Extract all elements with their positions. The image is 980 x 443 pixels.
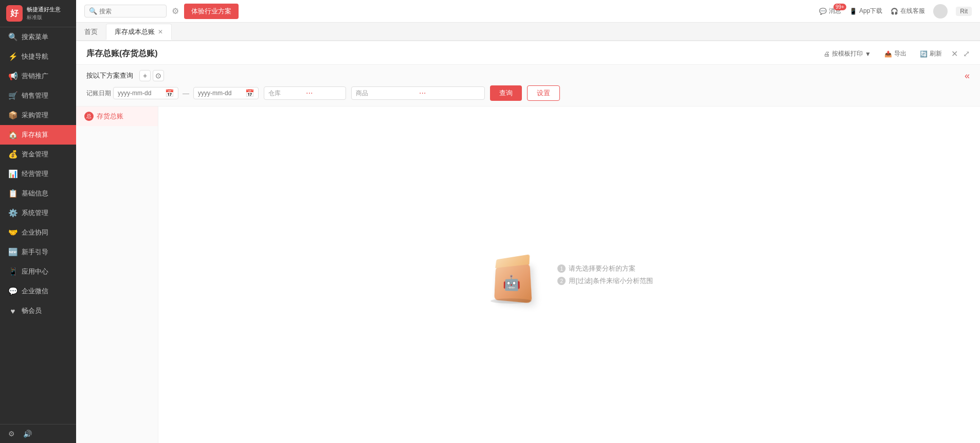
page-close-icon[interactable]: ✕ [951,49,958,59]
topbar: 🔍 ⚙ 体验行业方案 💬 消息 99+ 📱 App下载 🎧 在线客服 Rit [76,0,980,23]
message-badge: 99+ [833,4,846,10]
warehouse-more-icon: ··· [306,88,341,98]
tab-home[interactable]: 首页 [76,24,106,40]
sidebar-label-business: 经营管理 [22,169,48,179]
business-icon: 📊 [8,169,17,179]
sidebar-item-guide[interactable]: 🆕 新手引导 [0,242,76,262]
sidebar-nav: 🔍 搜索菜单 ⚡ 快捷导航 📢 营销推广 🛒 销售管理 📦 采购管理 🏠 库存核… [0,27,76,424]
sidebar-label-finance: 资金管理 [22,150,48,159]
sidebar-item-sales[interactable]: 🛒 销售管理 [0,86,76,105]
scheme-sidebar: 总 存货总账 [76,107,158,443]
expand-icon[interactable]: ⤢ [963,49,970,59]
scheme-item-label: 存货总账 [97,112,123,121]
headset-icon: 🎧 [891,8,898,15]
username-display: Rit [956,7,972,16]
main-area: 🔍 ⚙ 体验行业方案 💬 消息 99+ 📱 App下载 🎧 在线客服 Rit [76,0,980,443]
topbar-gear-icon[interactable]: ⚙ [172,6,179,16]
scheme-icon: 总 [84,112,94,121]
audio-footer-button[interactable]: 🔊 [23,430,32,438]
online-service-button[interactable]: 🎧 在线客服 [891,7,925,15]
empty-shadow [491,298,532,304]
sidebar-label-member: 畅会员 [22,306,42,315]
quick-nav-icon: ⚡ [8,52,17,61]
sidebar-footer: ⚙ 🔊 [0,424,76,443]
export-button[interactable]: 📤 导出 [880,47,911,60]
filter-label: 按以下方案查询 [86,71,133,80]
setting-button[interactable]: 设置 [527,85,560,101]
user-avatar [933,4,948,19]
filter-add-button[interactable]: + [139,70,151,81]
apps-icon: 📱 [8,267,17,276]
sidebar-item-search-menu[interactable]: 🔍 搜索菜单 [0,27,76,47]
sidebar-label-enterprise: 企业协同 [22,228,48,237]
hint-text-1: 请先选择要分析的方案 [569,264,636,273]
refresh-label: 刷新 [930,49,942,58]
topbar-search-box[interactable]: 🔍 [84,5,167,17]
sidebar-item-basic[interactable]: 📋 基础信息 [0,184,76,203]
filter-top-row: 按以下方案查询 + ⊙ « [86,70,970,81]
sidebar-item-purchase[interactable]: 📦 采购管理 [0,105,76,125]
calendar-end-icon[interactable]: 📅 [245,89,254,97]
search-input[interactable] [99,8,151,15]
warehouse-label: 仓库 [268,89,304,98]
query-row: 记账日期 📅 — 📅 仓库 ··· 商品 [86,85,970,101]
empty-state: 1 请先选择要分析的方案 2 用[过滤]条件来缩小分析范围 [485,249,652,300]
print-dropdown-icon: ▼ [865,50,871,58]
tab-inventory-label: 库存成本总账 [115,27,155,37]
sidebar-label-inventory: 库存核算 [22,130,48,139]
calendar-start-icon[interactable]: 📅 [165,89,174,97]
sidebar-item-business[interactable]: 📊 经营管理 [0,164,76,184]
sidebar-item-apps[interactable]: 📱 应用中心 [0,262,76,281]
sidebar-item-enterprise[interactable]: 🤝 企业协同 [0,223,76,242]
industry-solution-button[interactable]: 体验行业方案 [184,4,239,19]
refresh-icon: 🔄 [920,50,928,58]
sidebar-item-wechat[interactable]: 💬 企业微信 [0,281,76,301]
online-label: 在线客服 [900,7,925,15]
goods-label: 商品 [356,89,417,98]
app-name: 畅捷通好生意 [27,6,61,13]
app-download-button[interactable]: 📱 App下载 [849,7,882,15]
app-logo: 好 畅捷通好生意 标准版 [0,0,76,27]
date-start-field[interactable] [118,90,163,97]
sidebar-label-purchase: 采购管理 [22,111,48,120]
marketing-icon: 📢 [8,72,17,81]
sidebar-label-guide: 新手引导 [22,247,48,257]
hint-number-1: 1 [557,264,566,273]
date-end-field[interactable] [198,90,243,97]
search-menu-icon: 🔍 [8,32,17,42]
app-label: App下载 [859,7,882,15]
goods-select[interactable]: 商品 ··· [351,86,485,100]
refresh-button[interactable]: 🔄 刷新 [916,47,946,60]
sidebar-item-finance[interactable]: 💰 资金管理 [0,145,76,164]
filter-options-button[interactable]: ⊙ [153,70,164,81]
date-end-input[interactable]: 📅 [193,87,259,99]
message-button[interactable]: 💬 消息 99+ [819,7,841,15]
filter-add-buttons: + ⊙ [139,70,164,81]
settings-footer-button[interactable]: ⚙ [8,430,15,438]
sidebar-item-inventory[interactable]: 🏠 库存核算 [0,125,76,145]
search-icon: 🔍 [89,7,97,15]
sidebar-label-system: 系统管理 [22,208,48,218]
sidebar-label-marketing: 营销推广 [22,72,48,81]
sidebar-item-quick-nav[interactable]: ⚡ 快捷导航 [0,47,76,66]
tab-close-icon[interactable]: ✕ [158,28,163,36]
empty-box-graphic [495,263,532,304]
tab-bar: 首页 库存成本总账 ✕ [76,23,980,41]
query-button[interactable]: 查询 [490,85,522,101]
sales-icon: 🛒 [8,91,17,100]
filter-area: 按以下方案查询 + ⊙ « 记账日期 📅 — [76,65,980,107]
print-button[interactable]: 🖨 按模板打印 ▼ [820,47,875,60]
sidebar-item-member[interactable]: ♥ 畅会员 [0,301,76,321]
sidebar: 好 畅捷通好生意 标准版 🔍 搜索菜单 ⚡ 快捷导航 📢 营销推广 🛒 销售管理… [0,0,76,443]
guide-icon: 🆕 [8,247,17,257]
scheme-item-inventory-total[interactable]: 总 存货总账 [76,107,158,126]
sidebar-item-marketing[interactable]: 📢 营销推广 [0,66,76,86]
sidebar-item-system[interactable]: ⚙️ 系统管理 [0,203,76,223]
warehouse-select[interactable]: 仓库 ··· [264,86,346,100]
page-header: 库存总账(存货总账) 🖨 按模板打印 ▼ 📤 导出 🔄 刷新 ✕ ⤢ [76,41,980,65]
date-start-input[interactable]: 📅 [113,87,178,99]
filter-collapse-button[interactable]: « [965,70,970,81]
tab-inventory-ledger[interactable]: 库存成本总账 ✕ [106,24,172,40]
finance-icon: 💰 [8,150,17,159]
printer-icon: 🖨 [824,50,830,58]
